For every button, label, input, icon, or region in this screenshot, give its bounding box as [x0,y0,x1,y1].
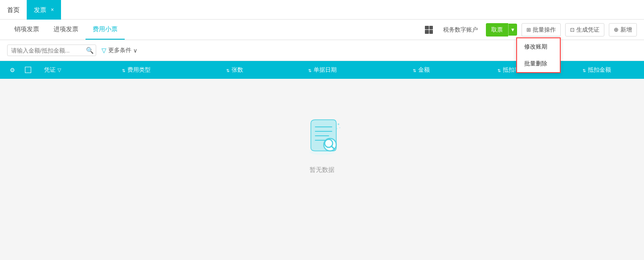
search-input-wrap: 🔍 [7,45,96,56]
empty-text: 暂无数据 [310,166,334,174]
dropdown-item-modify-period[interactable]: 修改账期 [517,38,560,55]
search-icon[interactable]: 🔍 [86,47,94,54]
sub-tabs-left: 销项发票 进项发票 费用小票 [7,20,125,40]
svg-point-8 [338,123,339,125]
svg-point-9 [336,128,338,130]
th-voucher[interactable]: 凭证 ▽ [35,66,70,74]
home-tab[interactable]: 首页 [0,0,27,20]
th-date[interactable]: ⇅ 单据日期 [268,66,377,74]
sub-tabs-bar: 销项发票 进项发票 费用小票 税务数字账户 取票 ▾ [0,20,644,40]
svg-point-10 [339,127,340,128]
sub-tabs-right: 税务数字账户 取票 ▾ ⊞ 批量操作 修改账期 批量删除 [423,23,637,37]
qr-grid [425,26,433,34]
filter-icon: ▽ [102,47,106,54]
th-settings[interactable]: ⚙ [4,67,21,73]
batch-ops-icon: ⊞ [526,27,531,33]
sort-arrows-amount: ⇅ [413,67,416,73]
invoice-tab-label: 发票 [34,0,46,20]
batch-ops-dropdown: 修改账期 批量删除 [516,37,561,73]
batch-ops-container: ⊞ 批量操作 修改账期 批量删除 [522,23,561,37]
th-amount[interactable]: ⇅ 金额 [377,66,465,74]
generate-voucher-button[interactable]: ⊡ 生成凭证 [565,23,604,37]
batch-ops-button[interactable]: ⊞ 批量操作 [522,23,561,37]
tab-sales[interactable]: 销项发票 [7,20,46,40]
add-button[interactable]: ⊕ 新增 [609,23,637,37]
sort-arrows-expense: ⇅ [122,67,126,73]
add-icon: ⊕ [614,26,619,33]
sort-arrows-deduct-rate: ⇅ [497,67,501,73]
top-nav: 首页 发票 × [0,0,644,20]
th-deduct-amount[interactable]: ⇅ 抵扣金额 [553,66,640,74]
more-conditions-arrow: ∨ [133,47,138,54]
th-expense-type[interactable]: ⇅ 费用类型 [70,66,202,74]
generate-voucher-icon: ⊡ [570,27,575,33]
invoice-tab-close[interactable]: × [51,0,54,20]
tab-purchase[interactable]: 进项发票 [46,20,86,40]
voucher-filter-icon: ▽ [57,67,61,73]
th-count[interactable]: ⇅ 张数 [202,66,268,74]
get-ticket-arrow-button[interactable]: ▾ [508,24,517,36]
empty-state: 暂无数据 [0,79,644,201]
sort-arrows-deduct-amount: ⇅ [583,67,586,73]
empty-icon [300,114,344,159]
get-ticket-button[interactable]: 取票 [486,23,508,37]
sort-arrows-date: ⇅ [308,67,312,73]
qr-icon-button[interactable] [423,24,435,36]
tab-expense[interactable]: 费用小票 [86,20,125,40]
tax-account-button[interactable]: 税务数字账户 [440,26,481,34]
dropdown-item-batch-delete[interactable]: 批量删除 [517,55,560,72]
sort-arrows-count: ⇅ [226,67,230,73]
get-ticket-button-group: 取票 ▾ [486,23,517,37]
invoice-tab[interactable]: 发票 × [27,0,61,20]
th-checkbox[interactable] [21,67,35,73]
search-input[interactable] [11,47,86,54]
header-checkbox[interactable] [25,67,31,73]
more-conditions-button[interactable]: ▽ 更多条件 ∨ [102,46,138,54]
